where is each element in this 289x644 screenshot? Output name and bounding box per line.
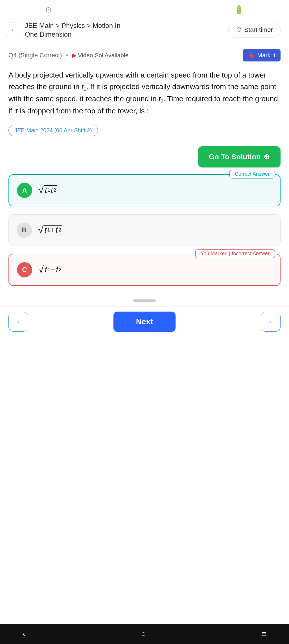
go-to-solution-wrapper: Go To Solution ⊕ xyxy=(0,142,289,174)
bookmark-icon: 🔖 xyxy=(248,52,255,59)
question-meta: Q4 (Single Correct) • ▶ Video Sol Availa… xyxy=(0,43,289,64)
system-menu-button[interactable]: ≡ xyxy=(262,629,266,638)
option-b-circle: B xyxy=(17,222,32,238)
bottom-nav: ‹ Next › xyxy=(0,306,289,337)
option-b-card[interactable]: B √ t1 + t2 xyxy=(8,214,281,246)
exam-tag: JEE Main 2024 (06 Apr Shift 2) xyxy=(8,125,98,136)
video-badge: ▶ Video Sol Available xyxy=(72,52,128,59)
timer-icon: ⏱ xyxy=(236,26,242,34)
next-button[interactable]: Next xyxy=(113,312,176,332)
option-a-math: √ t1t2 xyxy=(38,185,57,195)
option-b-wrapper: B √ t1 + t2 xyxy=(8,214,281,246)
forward-button[interactable]: › xyxy=(261,312,281,332)
prev-button[interactable]: ‹ xyxy=(8,312,28,332)
option-b-math: √ t1 + t2 xyxy=(38,225,62,235)
video-label: Video Sol Available xyxy=(78,52,128,59)
go-to-solution-button[interactable]: Go To Solution ⊕ xyxy=(198,146,281,167)
incorrect-answer-tag: You Marked | Incorrect Answer xyxy=(195,249,275,258)
option-a-wrapper: Correct Answer A √ t1t2 xyxy=(8,174,281,206)
mark-it-button[interactable]: 🔖 Mark It xyxy=(243,49,281,61)
prev-arrow-icon: ‹ xyxy=(17,317,20,326)
question-text: A body projected vertically upwards with… xyxy=(0,64,289,122)
options-container: Correct Answer A √ t1t2 B √ t1 + t xyxy=(0,174,289,299)
breadcrumb: JEE Main > Physics > Motion In One Dimen… xyxy=(25,21,224,39)
option-c-circle: C xyxy=(17,262,32,277)
go-to-solution-label: Go To Solution xyxy=(209,153,261,161)
option-a-circle: A xyxy=(17,183,32,198)
option-c-math: √ t1 − t2 xyxy=(38,265,62,275)
status-bar: ⊙ 🔋 xyxy=(0,0,289,17)
dot-separator: • xyxy=(66,52,68,59)
scroll-indicator xyxy=(0,299,289,302)
system-home-button[interactable]: ○ xyxy=(141,629,146,638)
option-a-card[interactable]: A √ t1t2 xyxy=(8,174,281,206)
option-c-wrapper: You Marked | Incorrect Answer C √ t1 − t… xyxy=(8,254,281,286)
nav-bar: ‹ JEE Main > Physics > Motion In One Dim… xyxy=(0,17,289,43)
camera-icon: ⊙ xyxy=(45,5,52,14)
back-arrow-icon: ‹ xyxy=(12,26,14,34)
back-button[interactable]: ‹ xyxy=(6,23,20,37)
start-timer-button[interactable]: ⏱ Start timer xyxy=(228,22,281,38)
system-bar: ‹ ○ ≡ xyxy=(0,624,289,644)
video-icon: ▶ xyxy=(72,52,76,59)
correct-answer-tag: Correct Answer xyxy=(229,170,275,178)
system-back-button[interactable]: ‹ xyxy=(23,629,25,638)
start-timer-label: Start timer xyxy=(244,26,273,34)
battery-icon: 🔋 xyxy=(234,5,244,14)
scroll-pill xyxy=(133,299,156,302)
mark-it-label: Mark It xyxy=(257,52,275,59)
download-circle-icon: ⊕ xyxy=(264,153,270,161)
option-c-card[interactable]: C √ t1 − t2 xyxy=(8,254,281,286)
forward-arrow-icon: › xyxy=(270,317,272,326)
question-type-label: Q4 (Single Correct) xyxy=(8,52,62,59)
